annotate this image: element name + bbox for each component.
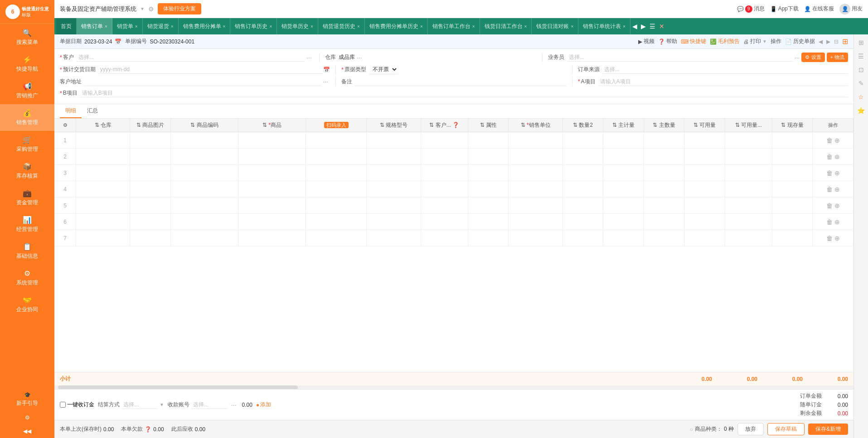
sidebar-item-search[interactable]: 🔍 搜索菜单 <box>0 24 54 51</box>
account-more-btn[interactable]: ··· <box>229 401 238 409</box>
tab-close-sales-return[interactable]: × <box>171 24 174 29</box>
address-input[interactable] <box>84 77 321 86</box>
solution-btn[interactable]: 体验行业方案 <box>158 3 201 14</box>
sidebar-item-quick[interactable]: ⚡ 快捷导航 <box>0 51 54 77</box>
app-download-btn[interactable]: 📱 App下载 <box>770 5 799 13</box>
tab-sales-stats[interactable]: 销售订单统计表 × <box>578 18 630 34</box>
cell-spec[interactable] <box>367 165 421 181</box>
tab-close-expense-history[interactable]: × <box>420 24 423 29</box>
toolbar-nav-next[interactable]: ▶ <box>826 39 830 45</box>
right-panel-btn-5[interactable]: ☆ <box>855 91 868 103</box>
sidebar-item-marketing[interactable]: 📢 营销推广 <box>0 77 54 104</box>
delete-row-btn[interactable]: 🗑 <box>826 153 833 160</box>
delete-row-btn[interactable]: 🗑 <box>826 235 833 242</box>
sidebar-item-finance[interactable]: 💼 资金管理 <box>0 184 54 211</box>
cell-qty2[interactable] <box>563 214 603 230</box>
cell-customer-code[interactable] <box>421 132 468 149</box>
cell-spec[interactable] <box>367 132 421 149</box>
cell-unit[interactable] <box>509 132 563 149</box>
cell-name[interactable] <box>238 149 306 165</box>
cell-code[interactable] <box>170 132 238 149</box>
toolbar-expand-view[interactable]: ⊞ <box>842 37 848 46</box>
copy-row-btn[interactable]: ⊕ <box>834 153 840 160</box>
cell-code[interactable] <box>170 149 238 165</box>
tab-sales-bill[interactable]: 销货单 × <box>112 18 143 34</box>
delivery-input[interactable] <box>98 65 323 74</box>
scan-btn[interactable]: 扫码录入 <box>324 122 349 128</box>
save-draft-btn[interactable]: 保存草稿 <box>767 423 805 435</box>
tab-close-return-history[interactable]: × <box>357 24 360 29</box>
cell-attr[interactable] <box>468 149 509 165</box>
remark-input[interactable] <box>355 77 567 86</box>
tab-close-daily-reconcile[interactable]: × <box>571 24 573 29</box>
sidebar-item-collab[interactable]: 🤝 企业协同 <box>0 291 54 318</box>
cell-attr[interactable] <box>468 214 509 230</box>
ops-btn[interactable]: 操作 <box>771 38 781 45</box>
tab-expand-btn[interactable]: ☰ <box>648 23 657 30</box>
warehouse-more-btn[interactable]: ··· <box>355 54 364 61</box>
cell-unit[interactable] <box>509 165 563 181</box>
delete-row-btn[interactable]: 🗑 <box>826 137 833 144</box>
cell-warehouse[interactable] <box>76 149 130 165</box>
cell-name[interactable] <box>238 197 306 214</box>
toolbar-nav-prev[interactable]: ◀ <box>819 39 823 45</box>
delete-row-btn[interactable]: 🗑 <box>826 186 833 193</box>
tab-order-workbench[interactable]: 销售订单工作台 × <box>428 18 480 34</box>
delivery-calendar-icon[interactable]: 📅 <box>323 67 330 73</box>
sidebar-item-purchase[interactable]: 🛒 采购管理 <box>0 131 54 158</box>
account-input[interactable] <box>191 400 228 409</box>
cell-main-qty[interactable] <box>644 132 684 149</box>
b-project-input[interactable] <box>80 89 848 97</box>
cell-attr[interactable] <box>468 197 509 214</box>
copy-row-btn[interactable]: ⊕ <box>834 235 840 242</box>
sidebar-item-guide[interactable]: 🎓 新手引导 <box>0 388 54 411</box>
cell-main-qty[interactable] <box>644 149 684 165</box>
tab-sales-order-history[interactable]: 销售订单历史 × <box>230 18 277 34</box>
copy-row-btn[interactable]: ⊕ <box>834 186 840 193</box>
cell-qty2[interactable] <box>563 132 603 149</box>
cell-name[interactable] <box>238 214 306 230</box>
tab-close-order-workbench[interactable]: × <box>472 24 475 29</box>
discard-btn[interactable]: 放弃 <box>737 423 764 435</box>
tab-close-all-btn[interactable]: ✕ <box>657 23 666 30</box>
order-source-input[interactable] <box>602 65 848 74</box>
right-panel-btn-2[interactable]: ☰ <box>855 50 868 63</box>
tab-sales-order[interactable]: 销售订单 × <box>77 18 112 34</box>
cell-unit[interactable] <box>509 197 563 214</box>
sidebar-item-operations[interactable]: 📊 经营管理 <box>0 211 54 238</box>
cell-unit[interactable] <box>509 230 563 246</box>
cell-unit[interactable] <box>509 181 563 197</box>
tab-close-bill-history[interactable]: × <box>310 24 313 29</box>
sidebar-item-base[interactable]: 📋 基础信息 <box>0 238 54 265</box>
sidebar-item-system[interactable]: ⚙ 系统管理 <box>0 265 54 291</box>
cell-unit[interactable] <box>509 214 563 230</box>
cell-qty2[interactable] <box>563 149 603 165</box>
right-panel-btn-4[interactable]: ✎ <box>855 77 868 90</box>
copy-row-btn[interactable]: ⊕ <box>834 202 840 209</box>
tab-daily-workbench[interactable]: 钱货日清工作台 × <box>480 18 532 34</box>
cell-customer-code[interactable] <box>421 197 468 214</box>
settings-gear-icon[interactable]: ⚙ <box>148 5 154 13</box>
tab-close-order-history[interactable]: × <box>269 24 272 29</box>
cell-name[interactable] <box>238 165 306 181</box>
tab-close-sales-stats[interactable]: × <box>623 24 626 29</box>
tab-expense-history[interactable]: 销售费用分摊单历史 × <box>365 18 428 34</box>
salesperson-more-btn[interactable]: ··· <box>793 54 802 61</box>
view-btn[interactable]: ▶ 视频 <box>638 38 655 45</box>
print-btn[interactable]: 🖨 打印 ▼ <box>743 38 767 45</box>
cell-warehouse[interactable] <box>76 132 130 149</box>
calendar-icon[interactable]: 📅 <box>115 39 121 45</box>
cell-qty2[interactable] <box>563 197 603 214</box>
right-panel-btn-6[interactable]: ⭐ <box>855 104 868 117</box>
cell-main-qty[interactable] <box>644 165 684 181</box>
delete-row-btn[interactable]: 🗑 <box>826 218 833 226</box>
cell-warehouse[interactable] <box>76 197 130 214</box>
payment-method-input[interactable] <box>121 400 158 409</box>
cell-main-qty[interactable] <box>644 230 684 246</box>
customer-more-btn[interactable]: ··· <box>305 54 314 61</box>
cell-attr[interactable] <box>468 132 509 149</box>
tab-daily-reconcile[interactable]: 钱货日清对账 × <box>532 18 578 34</box>
invoice-select[interactable]: 不开票 <box>369 65 398 74</box>
sidebar-item-settings[interactable]: ⚙ <box>0 411 54 424</box>
cell-code[interactable] <box>170 197 238 214</box>
